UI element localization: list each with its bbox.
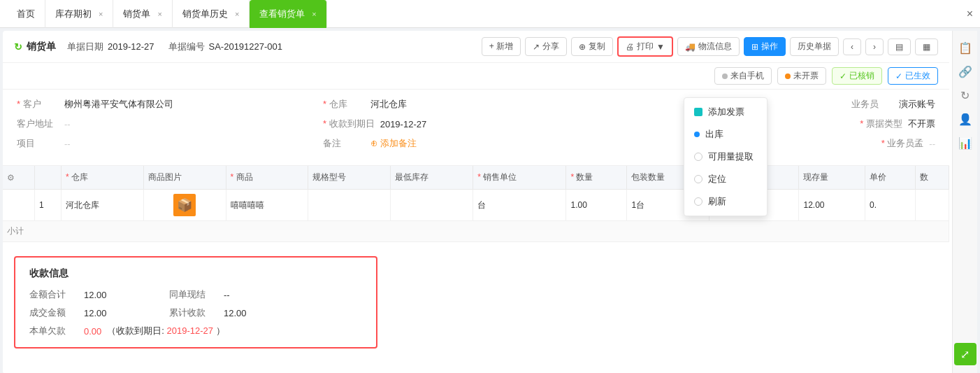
toolbar: + 新增 ↗ 分享 ⊕ 复制 🖨 打印 ▼ — [482, 36, 938, 57]
add-button[interactable]: + 新增 — [482, 37, 521, 56]
remark-label: 备注 — [323, 137, 365, 150]
project-label: 项目 — [17, 137, 59, 150]
share-button[interactable]: ↗ 分享 — [525, 37, 567, 56]
subtotal-row: 小计 — [3, 221, 949, 242]
staff-label: 业务员 — [851, 98, 893, 111]
tab-sales-history[interactable]: 销货单历史 × — [173, 0, 250, 28]
staff-field: 业务员 演示账号 — [629, 98, 935, 111]
ticket-type-field: 票据类型 不开票 — [629, 118, 935, 130]
close-sales-history-icon[interactable]: × — [235, 10, 239, 18]
tab-view-sales[interactable]: 查看销货单 × — [250, 0, 326, 28]
subtotal-label: 小计 — [3, 221, 949, 242]
warehouse-value: 河北仓库 — [370, 98, 407, 111]
doc-header: ↻ 销货单 单据日期 2019-12-27 单据编号 SA-20191227-0… — [3, 31, 949, 63]
customer-field: 客户 柳州粤港平安气体有限公司 — [17, 98, 323, 111]
close-view-sales-icon[interactable]: × — [312, 10, 316, 18]
row-settings — [3, 190, 34, 221]
col-settings[interactable]: ⚙ — [3, 166, 34, 190]
available-pickup-icon — [694, 153, 702, 161]
invoice-icon — [694, 108, 702, 116]
checkmark-icon: ✓ — [840, 71, 846, 81]
locate-item[interactable]: 定位 — [684, 168, 767, 190]
address-label: 客户地址 — [17, 118, 59, 130]
product-table: ⚙ 仓库 商品图片 商品 规格型号 最低库存 销售单位 数量 包装数量 可用量 … — [3, 166, 949, 242]
copy-button[interactable]: ⊕ 复制 — [571, 37, 613, 56]
form-row-2: 客户地址 -- 收款到期日 2019-12-27 票据类型 不开票 — [17, 118, 935, 130]
row-product: 嘻嘻嘻嘻 — [226, 190, 308, 221]
available-pickup-item[interactable]: 可用量提取 — [684, 146, 767, 168]
check-circle-icon: ✓ — [895, 71, 902, 81]
layout2-button[interactable]: ▦ — [915, 38, 938, 55]
history-button[interactable]: 历史单据 — [790, 37, 839, 56]
row-num: 1 — [34, 190, 61, 221]
project-value: -- — [64, 139, 71, 149]
product-table-wrap: ⚙ 仓库 商品图片 商品 规格型号 最低库存 销售单位 数量 包装数量 可用量 … — [3, 166, 949, 242]
payment-title: 收款信息 — [29, 267, 362, 280]
product-thumbnail: 📦 — [173, 194, 196, 216]
add-invoice-item[interactable]: 添加发票 — [684, 101, 767, 123]
remark-field: 备注 ⊕ 添加备注 — [323, 137, 629, 150]
operations-button[interactable]: ⊞ 操作 — [744, 37, 786, 56]
sidebar-icon-link[interactable]: 🔗 — [954, 60, 977, 83]
print-button[interactable]: 🖨 打印 ▼ — [617, 36, 673, 57]
customer-value: 柳州粤港平安气体有限公司 — [64, 98, 173, 111]
row-unit-price: 0. — [865, 190, 915, 221]
gear-icon[interactable]: ⚙ — [7, 173, 15, 183]
address-field: 客户地址 -- — [17, 118, 323, 130]
col-warehouse: 仓库 — [61, 166, 143, 190]
close-sales-order-icon[interactable]: × — [157, 10, 161, 18]
row-product-img: 📦 — [143, 190, 226, 221]
sidebar-icon-chart[interactable]: 📊 — [954, 132, 977, 154]
refresh-icon — [694, 197, 702, 206]
salesman-value: -- — [929, 139, 935, 149]
doc-number-label: 单据编号 SA-20191227-001 — [168, 41, 283, 53]
confirmed-button[interactable]: ✓ 已核销 — [832, 67, 882, 85]
sidebar-icon-user[interactable]: 👤 — [954, 108, 977, 130]
doc-type-label: 销货单 — [27, 41, 56, 53]
tab-sales-order[interactable]: 销货单 × — [113, 0, 172, 28]
right-sidebar: 📋 🔗 ↻ 👤 📊 ⤢ — [952, 31, 977, 373]
transaction-label: 成交金额 — [29, 307, 78, 319]
refresh-item[interactable]: 刷新 — [684, 190, 767, 213]
from-phone-button[interactable]: 来自手机 — [714, 67, 772, 85]
total-label: 金额合计 — [29, 288, 78, 301]
row-sales-unit: 台 — [473, 190, 566, 221]
cumulative-row: 累计收款 12.00 — [169, 307, 309, 319]
balance-note: （收款到期日: 2019-12-27 ） — [107, 325, 224, 337]
sidebar-icon-clipboard[interactable]: 📋 — [954, 36, 977, 59]
balance-row: 本单欠款 0.00 （收款到期日: 2019-12-27 ） — [29, 325, 309, 337]
prev-button[interactable]: ‹ — [843, 38, 861, 55]
close-inventory-init-icon[interactable]: × — [99, 10, 103, 18]
payment-date-value: 2019-12-27 — [380, 119, 427, 129]
doc-date-value: 2019-12-27 — [108, 41, 154, 52]
print-icon: 🖨 — [626, 42, 634, 52]
payment-date-field: 收款到期日 2019-12-27 — [323, 118, 629, 130]
phone-dot-icon — [722, 73, 728, 79]
tab-home[interactable]: 首页 — [7, 0, 45, 28]
sidebar-icon-refresh[interactable]: ↻ — [954, 84, 977, 106]
tab-inventory-init[interactable]: 库存期初 × — [45, 0, 113, 28]
doc-type-icon: ↻ — [14, 41, 22, 52]
copy-icon: ⊕ — [579, 42, 586, 52]
add-remark-button[interactable]: ⊕ 添加备注 — [370, 137, 417, 150]
window-close-button[interactable]: × — [967, 8, 973, 20]
grid-icon: ⊞ — [751, 42, 758, 52]
logistics-button[interactable]: 🚚 物流信息 — [677, 37, 740, 56]
ticket-type-label: 票据类型 — [860, 118, 902, 130]
cumulative-value: 12.00 — [224, 308, 247, 318]
table-row: 1 河北仓库 📦 嘻嘻嘻嘻 台 1.00 1台 — [3, 190, 949, 221]
sidebar-icon-expand[interactable]: ⤢ — [954, 343, 977, 365]
layout1-button[interactable]: ▤ — [888, 38, 911, 55]
row-current-stock: 12.00 — [799, 190, 865, 221]
balance-date: 2019-12-27 — [167, 325, 214, 336]
doc-number-value: SA-20191227-001 — [209, 41, 283, 52]
next-button[interactable]: › — [865, 38, 884, 55]
doc-meta: 单据日期 2019-12-27 单据编号 SA-20191227-001 — [67, 41, 470, 53]
col-spec: 规格型号 — [308, 166, 391, 190]
col-current-stock: 现存量 — [799, 166, 865, 190]
outbound-item[interactable]: 出库 — [684, 123, 767, 146]
not-opened-button[interactable]: 未开票 — [777, 67, 826, 85]
tab-bar: 首页 库存期初 × 销货单 × 销货单历史 × 查看销货单 × × — [0, 0, 980, 28]
transaction-value: 12.00 — [84, 308, 107, 318]
effective-button[interactable]: ✓ 已生效 — [888, 67, 938, 85]
